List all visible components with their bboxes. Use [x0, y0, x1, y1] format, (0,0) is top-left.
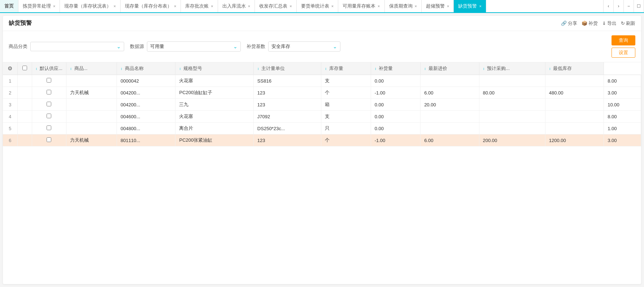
- sort-estimated-icon: ↕: [483, 67, 485, 71]
- row-supplier: 力天机械: [66, 134, 117, 146]
- export-icon: ⇓: [602, 21, 606, 26]
- tab-receipt-summary[interactable]: 收发存汇总表 ×: [255, 0, 296, 12]
- select-all-checkbox[interactable]: [22, 66, 27, 70]
- row-checkbox[interactable]: [47, 125, 51, 130]
- row-stock: -1.00: [371, 134, 420, 146]
- row-checkbox[interactable]: [47, 90, 51, 94]
- tab-stock-distribution[interactable]: 现存量（库存分布表） ×: [121, 0, 181, 12]
- data-table: ⚙ ↕ 默认供应... ↕ 商品... ↕ 商品名称: [3, 62, 641, 146]
- row-product-code: 801110...: [117, 134, 175, 146]
- sort-supplier-icon: ↕: [36, 67, 38, 71]
- export-button[interactable]: ⇓ 导出: [602, 20, 617, 27]
- row-unit: 支: [321, 111, 371, 123]
- refresh-icon: ↻: [621, 21, 625, 26]
- table-settings-icon[interactable]: ⚙: [8, 65, 12, 71]
- column-product-code: ↕ 商品...: [66, 62, 117, 75]
- row-checkbox-cell: [32, 87, 66, 99]
- column-latest-price: ↕ 最新进价: [421, 62, 479, 75]
- row-latest-price: 80.00: [479, 87, 545, 99]
- row-product-code: 004800...: [117, 123, 175, 134]
- row-gear-cell: [17, 75, 32, 87]
- tab-home[interactable]: 首页: [0, 0, 18, 12]
- close-tab-overstock-warning[interactable]: ×: [447, 4, 449, 8]
- close-tab-expiry-query[interactable]: ×: [415, 4, 417, 8]
- column-stock: ↕ 库存量: [321, 62, 371, 75]
- row-checkbox[interactable]: [47, 114, 51, 118]
- row-spec: 123: [253, 99, 321, 111]
- tab-expiry-query[interactable]: 保质期查询 ×: [385, 0, 422, 12]
- sort-spec-icon: ↕: [179, 67, 181, 71]
- settings-button[interactable]: 设置: [612, 48, 635, 58]
- sort-min-stock-icon: ↕: [549, 67, 551, 71]
- row-number: 1: [3, 75, 17, 87]
- row-min-stock: 10.00: [604, 99, 641, 111]
- row-checkbox-cell: [32, 75, 66, 87]
- filter-row: 商品分类 ⌄ 数据源 可用量 ⌄ 补货基数 安全库存 ⌄ 查询 设置: [3, 31, 641, 62]
- close-tab-shortage-warning[interactable]: ×: [479, 4, 481, 8]
- tab-batch-account[interactable]: 库存批次账 ×: [181, 0, 218, 12]
- tab-navigation: ‹ › − ☐: [603, 0, 644, 12]
- row-checkbox[interactable]: [47, 78, 51, 83]
- table-row: 1 0000042 火花塞 SS816 支 0.00 8.00: [3, 75, 641, 87]
- sort-stock-icon: ↕: [325, 67, 327, 71]
- close-tab-defect-handling[interactable]: ×: [53, 4, 55, 8]
- replenish-button[interactable]: 📦 补货: [582, 20, 598, 27]
- row-estimated-purchase: [545, 111, 604, 123]
- row-replenish-qty: [421, 123, 479, 134]
- tab-in-out-flow[interactable]: 出入库流水 ×: [218, 0, 255, 12]
- tab-defect-handling[interactable]: 拣货异常处理 ×: [18, 0, 60, 12]
- row-checkbox-cell: [32, 111, 66, 123]
- tab-stock-status[interactable]: 现存量（库存状况表） ×: [60, 0, 120, 12]
- table-row: 3 004200... 三九 123 箱 0.00 20.00 10.00: [3, 99, 641, 111]
- row-estimated-purchase: 480.00: [545, 87, 604, 99]
- datasource-select[interactable]: 可用量 ⌄: [147, 41, 241, 52]
- row-number: 2: [3, 87, 17, 99]
- tab-overstock-warning[interactable]: 超储预警 ×: [422, 0, 454, 12]
- row-min-stock: 8.00: [604, 75, 641, 87]
- row-stock: 0.00: [371, 111, 420, 123]
- row-checkbox[interactable]: [47, 102, 51, 106]
- close-tab-available-ledger[interactable]: ×: [378, 4, 380, 8]
- tab-minimize-button[interactable]: −: [624, 0, 634, 12]
- row-checkbox[interactable]: [47, 137, 51, 142]
- column-replenish-qty: ↕ 补货量: [371, 62, 420, 75]
- row-unit: 箱: [321, 99, 371, 111]
- close-tab-batch-account[interactable]: ×: [211, 4, 213, 8]
- category-select[interactable]: ⌄: [30, 42, 124, 51]
- close-tab-receipt-summary[interactable]: ×: [290, 4, 292, 8]
- refresh-button[interactable]: ↻ 刷新: [621, 20, 635, 27]
- close-tab-order-stats[interactable]: ×: [331, 4, 334, 8]
- row-latest-price: [479, 75, 545, 87]
- table-row: 6 力天机械 801110... PC200张紧油缸 123 个 -1.00 6…: [3, 134, 641, 146]
- row-latest-price: [479, 123, 545, 134]
- row-number: 5: [3, 123, 17, 134]
- datasource-dropdown-icon: ⌄: [233, 44, 238, 49]
- row-replenish-qty: [421, 111, 479, 123]
- tab-maximize-button[interactable]: ☐: [634, 0, 644, 12]
- row-unit: 个: [321, 87, 371, 99]
- close-tab-in-out-flow[interactable]: ×: [248, 4, 250, 8]
- column-spec: ↕ 规格型号: [175, 62, 253, 75]
- tab-order-stats[interactable]: 要货单统计表 ×: [297, 0, 338, 12]
- row-stock: -1.00: [371, 87, 420, 99]
- tab-shortage-warning[interactable]: 缺货预警 ×: [454, 0, 486, 12]
- query-button[interactable]: 查询: [612, 35, 635, 45]
- share-button[interactable]: 🔗 分享: [561, 20, 577, 27]
- close-tab-stock-distribution[interactable]: ×: [174, 4, 176, 8]
- row-supplier: 力天机械: [66, 87, 117, 99]
- datasource-value: 可用量: [150, 43, 164, 50]
- tab-available-ledger[interactable]: 可用量库存账本 ×: [338, 0, 384, 12]
- row-checkbox-cell: [32, 99, 66, 111]
- tab-prev-button[interactable]: ‹: [604, 0, 614, 12]
- replenish-base-select[interactable]: 安全库存 ⌄: [268, 41, 340, 52]
- sort-code-icon: ↕: [70, 67, 72, 71]
- sort-name-icon: ↕: [121, 67, 122, 71]
- row-product-name: 三九: [175, 99, 253, 111]
- close-tab-stock-status[interactable]: ×: [113, 4, 116, 8]
- row-replenish-qty: 20.00: [421, 99, 479, 111]
- row-spec: 123: [253, 87, 321, 99]
- row-checkbox-cell: [32, 123, 66, 134]
- row-replenish-qty: [421, 75, 479, 87]
- row-min-stock: 8.00: [604, 111, 641, 123]
- tab-next-button[interactable]: ›: [614, 0, 624, 12]
